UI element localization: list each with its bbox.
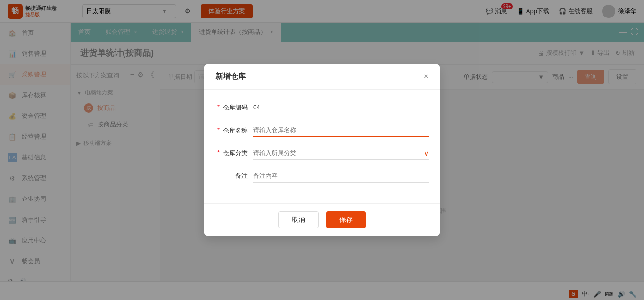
modal-body: 仓库编码 仓库名称 仓库分类 ∨	[204, 90, 440, 203]
category-field-row: 仓库分类 ∨	[215, 147, 429, 160]
modal-header: 新增仓库 ×	[204, 64, 440, 90]
name-field-row: 仓库名称	[215, 124, 429, 137]
category-input[interactable]	[253, 147, 424, 159]
remark-field-row: 备注	[215, 169, 429, 183]
code-input[interactable]	[253, 101, 429, 114]
modal-overlay: 新增仓库 × 仓库编码 仓库名称 仓库分类	[0, 0, 644, 300]
remark-label: 备注	[215, 172, 253, 180]
category-label: 仓库分类	[215, 149, 253, 158]
category-dropdown-icon: ∨	[424, 150, 429, 157]
code-label: 仓库编码	[215, 103, 253, 112]
modal-footer: 取消 保存	[204, 203, 440, 236]
name-label: 仓库名称	[215, 126, 253, 135]
code-field-row: 仓库编码	[215, 101, 429, 114]
modal-title: 新增仓库	[215, 72, 246, 82]
modal-close-button[interactable]: ×	[423, 72, 429, 82]
name-input[interactable]	[253, 124, 429, 137]
cancel-button[interactable]: 取消	[278, 211, 319, 228]
category-select-wrap[interactable]: ∨	[253, 147, 429, 160]
remark-input[interactable]	[253, 169, 429, 183]
save-button[interactable]: 保存	[326, 211, 366, 228]
add-warehouse-modal: 新增仓库 × 仓库编码 仓库名称 仓库分类	[204, 64, 440, 236]
